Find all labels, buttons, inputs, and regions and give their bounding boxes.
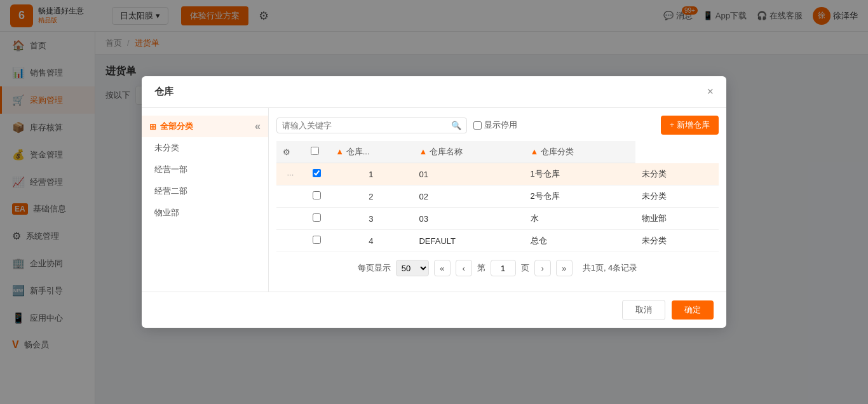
page-label: 第 — [477, 262, 485, 274]
row-code-cell: 02 — [412, 185, 524, 208]
search-input[interactable] — [282, 121, 451, 130]
page-suffix: 页 — [521, 262, 529, 274]
modal-overlay: 仓库 × ⊞ 全部分类 « 未分类 经营一部 经营二部 — [0, 0, 868, 404]
category-unclassified[interactable]: 未分类 — [142, 137, 268, 159]
row-seq-cell: 3 — [329, 208, 412, 230]
modal-footer: 取消 确定 — [142, 292, 726, 328]
table-header-row: ⚙ ▲ 仓库... ▲ — [276, 141, 719, 163]
sort-icon: ▲ — [336, 147, 344, 156]
row-seq-cell: 2 — [329, 185, 412, 208]
page-size-label: 每页显示 — [358, 262, 391, 274]
category-ops1[interactable]: 经营一部 — [142, 159, 268, 180]
modal-close-btn[interactable]: × — [707, 85, 714, 98]
row-checkbox[interactable] — [313, 169, 321, 177]
row-check-cell — [304, 208, 329, 230]
page-number-input[interactable] — [491, 260, 516, 276]
row-seq-cell: 1 — [329, 163, 412, 185]
row-name-cell: 总仓 — [524, 230, 635, 252]
confirm-btn[interactable]: 确定 — [672, 300, 714, 320]
row-category-cell: 物业部 — [635, 208, 719, 230]
row-code-cell: 03 — [412, 208, 524, 230]
row-check-cell — [304, 185, 329, 208]
show-disabled-label: 显示停用 — [484, 119, 517, 131]
table-panel: 🔍 显示停用 + 新增仓库 ⚙ — [269, 108, 726, 292]
cancel-btn[interactable]: 取消 — [622, 300, 665, 320]
sort-icon-name: ▲ — [419, 147, 427, 156]
th-gear: ⚙ — [276, 141, 304, 163]
show-disabled-checkbox[interactable]: 显示停用 — [473, 119, 517, 131]
row-name-cell: 水 — [524, 208, 635, 230]
row-category-cell: 未分类 — [635, 230, 719, 252]
select-all-checkbox[interactable] — [311, 147, 319, 155]
search-box: 🔍 — [276, 118, 467, 133]
table-row[interactable]: 2 02 2号仓库 未分类 — [276, 185, 719, 208]
grid-icon: ⊞ — [149, 122, 156, 131]
row-category-cell: 未分类 — [635, 185, 719, 208]
all-category-item[interactable]: ⊞ 全部分类 « — [142, 116, 268, 137]
row-actions-cell — [276, 230, 304, 252]
table-row[interactable]: ··· 1 01 1号仓库 未分类 — [276, 163, 719, 185]
last-page-btn[interactable]: » — [556, 260, 573, 276]
row-seq-cell: 4 — [329, 230, 412, 252]
table-scroll: ⚙ ▲ 仓库... ▲ — [276, 141, 719, 252]
add-warehouse-btn[interactable]: + 新增仓库 — [661, 116, 719, 135]
row-name-cell: 1号仓库 — [524, 163, 635, 185]
warehouse-modal: 仓库 × ⊞ 全部分类 « 未分类 经营一部 经营二部 — [142, 76, 726, 328]
warehouse-table: ⚙ ▲ 仓库... ▲ — [276, 141, 719, 252]
row-check-cell — [304, 163, 329, 185]
more-icon[interactable]: ··· — [287, 170, 294, 179]
th-code: ▲ 仓库... — [329, 141, 412, 163]
page-size-select[interactable]: 50 10 20 100 — [396, 260, 429, 276]
row-checkbox[interactable] — [313, 236, 321, 244]
row-checkbox[interactable] — [313, 213, 321, 222]
row-code-cell: 01 — [412, 163, 524, 185]
total-info: 共1页, 4条记录 — [583, 262, 638, 274]
category-ops2[interactable]: 经营二部 — [142, 180, 268, 202]
modal-title: 仓库 — [154, 86, 173, 98]
first-page-btn[interactable]: « — [434, 260, 451, 276]
th-category: ▲ 仓库分类 — [524, 141, 635, 163]
show-disabled-check[interactable] — [473, 121, 482, 130]
row-category-cell: 未分类 — [635, 163, 719, 185]
collapse-icon[interactable]: « — [255, 121, 261, 132]
table-toolbar: 🔍 显示停用 + 新增仓库 — [276, 116, 719, 135]
category-panel: ⊞ 全部分类 « 未分类 经营一部 经营二部 物业部 — [142, 108, 269, 292]
row-check-cell — [304, 230, 329, 252]
modal-header: 仓库 × — [142, 76, 726, 108]
gear-icon[interactable]: ⚙ — [283, 147, 290, 157]
row-checkbox[interactable] — [313, 191, 321, 199]
next-page-btn[interactable]: › — [534, 260, 551, 276]
row-code-cell: DEFAULT — [412, 230, 524, 252]
pagination: 每页显示 50 10 20 100 « ‹ 第 页 › » 共1页, 4条记录 — [276, 252, 719, 284]
category-property[interactable]: 物业部 — [142, 202, 268, 224]
th-name: ▲ 仓库名称 — [412, 141, 524, 163]
row-actions-cell — [276, 185, 304, 208]
table-row[interactable]: 4 DEFAULT 总仓 未分类 — [276, 230, 719, 252]
sort-icon-cat: ▲ — [531, 147, 539, 156]
row-actions-cell — [276, 208, 304, 230]
all-category-label: 全部分类 — [160, 121, 193, 132]
table-row[interactable]: 3 03 水 物业部 — [276, 208, 719, 230]
modal-body: ⊞ 全部分类 « 未分类 经营一部 经营二部 物业部 — [142, 108, 726, 292]
prev-page-btn[interactable]: ‹ — [456, 260, 472, 276]
row-actions-cell: ··· — [276, 163, 304, 185]
row-name-cell: 2号仓库 — [524, 185, 635, 208]
search-icon[interactable]: 🔍 — [451, 121, 461, 130]
th-check — [304, 141, 329, 163]
